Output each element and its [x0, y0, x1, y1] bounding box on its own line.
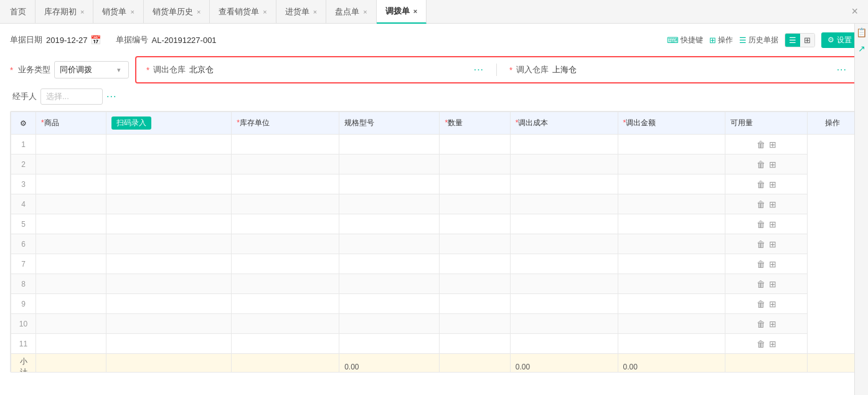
copy-icon-7[interactable]: ⊞	[769, 259, 776, 269]
view-list-btn[interactable]: ☰	[785, 34, 800, 47]
cell-available-5	[618, 214, 725, 234]
cell-cost-2	[440, 155, 510, 174]
cell-quantity-6	[339, 234, 440, 254]
col-scan: 扫码录入	[106, 112, 232, 135]
tab-stocktake[interactable]: 盘点单 ×	[326, 0, 376, 24]
cell-op-9: 🗑 ⊞	[725, 294, 808, 314]
warehouse-in-value[interactable]: 上海仓	[552, 64, 833, 75]
copy-icon-1[interactable]: ⊞	[769, 140, 776, 150]
cell-spec-10	[232, 314, 339, 334]
cell-product-11[interactable]	[36, 334, 106, 354]
cell-unit-6	[106, 234, 232, 254]
cell-spec-4	[232, 194, 339, 214]
history-btn[interactable]: ☰ 历史单据	[739, 35, 778, 45]
delete-icon-5[interactable]: 🗑	[757, 219, 765, 229]
delete-icon-1[interactable]: 🗑	[757, 140, 765, 150]
close-tab-sales-history[interactable]: ×	[197, 8, 200, 16]
cell-op-6: 🗑 ⊞	[725, 234, 808, 254]
col-gear[interactable]: ⚙	[11, 112, 36, 135]
tab-home[interactable]: 首页	[0, 0, 35, 24]
cell-unit-7	[106, 254, 232, 274]
cell-amount-5	[510, 214, 618, 234]
data-table-wrapper: ⚙ *商品 扫码录入 *库存单位 规格型号 *数量 *调出成本	[10, 111, 858, 373]
scan-button[interactable]: 扫码录入	[111, 117, 151, 130]
cell-cost-5	[440, 214, 510, 234]
header-row: 单据日期 2019-12-27 📅 单据编号 AL-20191227-001 ⌨…	[10, 30, 858, 50]
warehouse-out-more-btn[interactable]: ···	[474, 64, 484, 75]
view-toggle: ☰ ⊞	[785, 33, 815, 47]
date-field: 单据日期 2019-12-27 📅	[10, 34, 101, 45]
delete-icon-4[interactable]: 🗑	[757, 199, 765, 209]
operations-btn[interactable]: ⊞ 操作	[709, 35, 733, 45]
cell-available-9	[618, 294, 725, 314]
close-tab-purchase[interactable]: ×	[313, 8, 317, 16]
cell-unit-9	[106, 294, 232, 314]
copy-icon-3[interactable]: ⊞	[769, 179, 776, 189]
delete-icon-2[interactable]: 🗑	[757, 159, 765, 169]
cell-product-10[interactable]	[36, 314, 106, 334]
copy-icon-5[interactable]: ⊞	[769, 219, 776, 229]
date-value[interactable]: 2019-12-27	[46, 36, 88, 45]
tab-sales-history[interactable]: 销货单历史 ×	[144, 0, 210, 24]
close-tab-stocktake[interactable]: ×	[363, 8, 367, 16]
sidebar-notes-icon[interactable]: 📋	[856, 27, 867, 37]
delete-icon-6[interactable]: 🗑	[757, 239, 765, 249]
cell-product-6[interactable]	[36, 234, 106, 254]
cell-product-4[interactable]	[36, 194, 106, 214]
close-tab-inventory-init[interactable]: ×	[80, 8, 84, 16]
person-select[interactable]: 选择...	[40, 88, 103, 105]
calendar-icon[interactable]: 📅	[90, 35, 101, 45]
close-tab-transfer[interactable]: ×	[413, 7, 417, 15]
cell-product-1[interactable]	[36, 135, 106, 155]
col-amount: *调出金额	[618, 112, 725, 135]
copy-icon-4[interactable]: ⊞	[769, 199, 776, 209]
delete-icon-8[interactable]: 🗑	[757, 279, 765, 289]
cell-unit-2	[106, 155, 232, 174]
cell-unit-4	[106, 194, 232, 214]
cell-spec-7	[232, 254, 339, 274]
copy-icon-6[interactable]: ⊞	[769, 239, 776, 249]
delete-icon-7[interactable]: 🗑	[757, 259, 765, 269]
business-type-select[interactable]: 同价调拨 ▾	[54, 61, 129, 79]
copy-icon-9[interactable]: ⊞	[769, 299, 776, 309]
delete-icon-10[interactable]: 🗑	[757, 319, 765, 329]
table-row: 6 🗑 ⊞	[11, 234, 857, 254]
sidebar-expand-icon[interactable]: ↗	[858, 44, 866, 54]
tab-transfer[interactable]: 调拨单 ×	[377, 0, 427, 24]
person-more-btn[interactable]: ···	[106, 91, 116, 102]
copy-icon-8[interactable]: ⊞	[769, 279, 776, 289]
window-close-button[interactable]: ×	[846, 5, 863, 18]
shortcuts-btn[interactable]: ⌨ 快捷键	[667, 35, 703, 45]
close-tab-view-sales[interactable]: ×	[263, 8, 267, 16]
delete-icon-9[interactable]: 🗑	[757, 299, 765, 309]
cell-product-5[interactable]	[36, 214, 106, 234]
tab-purchase[interactable]: 进货单 ×	[276, 0, 326, 24]
copy-icon-10[interactable]: ⊞	[769, 319, 776, 329]
number-label: 单据编号	[116, 34, 148, 45]
cell-product-7[interactable]	[36, 254, 106, 274]
cell-product-3[interactable]	[36, 174, 106, 194]
cell-product-8[interactable]	[36, 274, 106, 294]
tab-bar: 首页 库存期初 × 销货单 × 销货单历史 × 查看销货单 × 进货单 × 盘点…	[0, 0, 868, 24]
delete-icon-11[interactable]: 🗑	[757, 339, 765, 349]
person-placeholder: 选择...	[46, 92, 69, 101]
tab-sales-order[interactable]: 销货单 ×	[93, 0, 143, 24]
col-available: 可用量	[725, 112, 808, 135]
view-grid-btn[interactable]: ⊞	[800, 34, 814, 47]
close-tab-sales-order[interactable]: ×	[130, 8, 134, 16]
warehouse-out-value[interactable]: 北京仓	[189, 64, 470, 75]
cell-op-4: 🗑 ⊞	[725, 194, 808, 214]
copy-icon-2[interactable]: ⊞	[769, 159, 776, 169]
cell-product-2[interactable]	[36, 155, 106, 174]
warehouse-in-more-btn[interactable]: ···	[837, 64, 847, 75]
copy-icon-11[interactable]: ⊞	[769, 339, 776, 349]
cell-available-4	[618, 194, 725, 214]
cell-product-9[interactable]	[36, 294, 106, 314]
tab-view-sales[interactable]: 查看销货单 ×	[210, 0, 276, 24]
cell-available-3	[618, 174, 725, 194]
cell-quantity-4	[339, 194, 440, 214]
cell-cost-8	[440, 274, 510, 294]
tab-inventory-init[interactable]: 库存期初 ×	[35, 0, 93, 24]
delete-icon-3[interactable]: 🗑	[757, 179, 765, 189]
settings-button[interactable]: ⚙ 设置	[821, 32, 858, 48]
